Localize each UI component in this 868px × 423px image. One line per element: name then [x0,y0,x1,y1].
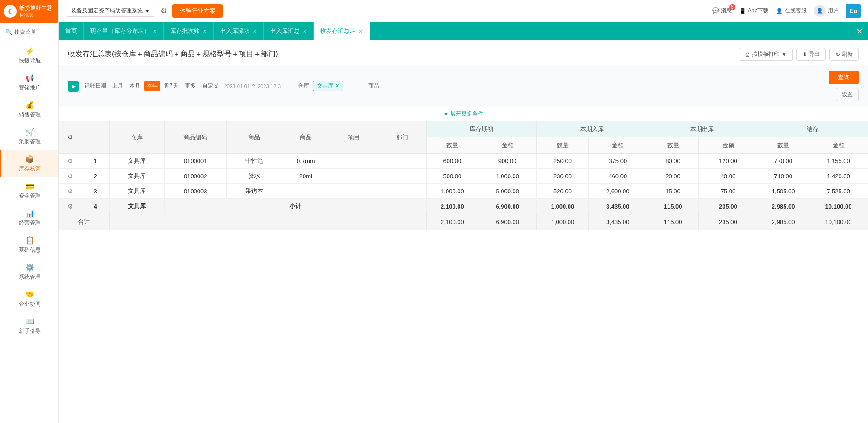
sidebar-item-operations[interactable]: 📊 经营管理 [0,204,58,231]
sidebar-item-inventory[interactable]: 📦 库存核算 [0,150,58,177]
row-in-qty[interactable]: 230.00 [537,169,589,184]
messages-button[interactable]: 💬 6 消息 [712,7,731,15]
tab-inout-summary[interactable]: 出入库汇总 ✕ [264,22,314,40]
row-code: 0100003 [165,184,227,199]
date-this-year[interactable]: 本年 [144,81,160,91]
in-group-header: 本期入库 [537,121,647,137]
row-dept [378,184,426,199]
sales-icon: 💰 [25,101,34,110]
date-more[interactable]: 更多 [182,81,199,91]
user-menu[interactable]: 👤 用户 [814,5,839,17]
row-out-qty[interactable]: 15.00 [647,184,699,199]
tab-close-icon[interactable]: ✕ [359,28,363,34]
sidebar-nav: ⚡ 快捷导航 📢 营销推广 💰 销售管理 🛒 采购管理 📦 库存核算 💳 资金管… [0,42,58,423]
print-button[interactable]: 🖨 按模板打印 ▼ [739,48,793,61]
data-table-wrapper: ⚙ 仓库 商品编码 商品 商品 项目 部门 库存期初 本期入库 本期出库 结存 [59,121,868,423]
total-bal-qty: 2,985.00 [757,214,809,230]
trial-button[interactable]: 体验行业方案 [172,4,223,18]
tab-inventory-dist[interactable]: 现存量（库存分布表） ✕ [84,22,164,40]
subtotal-in-qty[interactable]: 1,000.00 [537,199,589,214]
stock-summary-table: ⚙ 仓库 商品编码 商品 商品 项目 部门 库存期初 本期入库 本期出库 结存 [59,121,868,230]
row-in-qty[interactable]: 520.00 [537,184,589,199]
tab-close-icon[interactable]: ✕ [153,28,157,34]
row-settings[interactable]: ⚙ [59,154,82,169]
sidebar-item-quick-nav[interactable]: ⚡ 快捷导航 [0,42,58,69]
subtotal-in-amt: 3,435.00 [588,199,647,214]
sidebar-item-system[interactable]: ⚙️ 系统管理 [0,258,58,286]
row-name: 胶水 [227,169,282,184]
row-out-amt: 40.00 [699,169,757,184]
operations-icon: 📊 [25,209,34,218]
tab-inout-flow[interactable]: 出入库流水 ✕ [214,22,264,40]
export-button[interactable]: ⬇ 导出 [796,48,826,61]
filter-toggle-button[interactable]: ▶ [68,81,79,92]
refresh-button[interactable]: ↻ 刷新 [829,48,859,61]
date-custom[interactable]: 自定义 [199,81,221,91]
warehouse-tag[interactable]: 文具库 ✕ [313,81,343,91]
subtotal-open-qty: 2,100.00 [426,199,478,214]
system-selector[interactable]: 装备及固定资产辅助管理系统 ▼ [66,5,155,17]
tab-close-icon[interactable]: ✕ [253,28,257,34]
row-index: 3 [82,184,109,199]
date-last-7-days[interactable]: 近7天 [161,81,181,91]
online-service-button[interactable]: 👤 在线客服 [776,7,807,15]
expand-filter-button[interactable]: ▼ 展开更多条件 [443,110,484,118]
online-service-label: 在线客服 [785,7,807,15]
opening-qty-header: 数量 [426,137,478,154]
sidebar-item-beginner[interactable]: 📖 新手引导 [0,313,58,340]
bal-amt-header: 金额 [809,137,868,154]
sidebar-item-label: 采购管理 [19,138,41,146]
warehouse-tag-text: 文具库 [317,82,333,90]
table-row: ⚙ 1 文具库 0100001 中性笔 0.7mm 600.00 900.00 … [59,154,868,169]
sidebar-brand: 畅捷通好生意 标准版 [19,5,52,18]
print-label: 按模板打印 [752,50,780,58]
app-download-button[interactable]: 📱 App下载 [739,7,768,15]
goods-more-button[interactable]: ... [383,82,389,90]
tab-home[interactable]: 首页 [59,22,84,40]
row-open-amt: 1,000.00 [478,169,537,184]
tab-close-icon[interactable]: ✕ [303,28,307,34]
quick-nav-icon: ⚡ [25,47,34,55]
sidebar-item-sales[interactable]: 💰 销售管理 [0,96,58,123]
row-in-qty[interactable]: 250.00 [537,154,589,169]
tab-batch[interactable]: 库存批次账 ✕ [164,22,214,40]
subtotal-open-amt: 6,900.00 [478,199,537,214]
subtotal-warehouse: 文具库 [109,199,164,214]
sidebar-item-marketing[interactable]: 📢 营销推广 [0,69,58,96]
close-all-tabs-button[interactable]: ✕ [851,27,868,36]
warehouse-more-button[interactable]: ... [347,82,353,90]
sidebar-item-label: 库存核算 [19,165,41,173]
date-last-month[interactable]: 上月 [109,81,126,91]
tab-stock-summary[interactable]: 收发存汇总表 ✕ [314,22,370,40]
subtotal-settings[interactable]: ⚙ [59,199,82,214]
row-project [330,169,378,184]
sidebar-item-finance[interactable]: 💳 资金管理 [0,177,58,204]
subtotal-bal-qty: 2,985.00 [757,199,809,214]
purchase-icon: 🛒 [25,128,34,137]
row-settings[interactable]: ⚙ [59,169,82,184]
row-spec: 20ml [282,169,330,184]
sidebar-item-enterprise[interactable]: 🤝 企业协同 [0,286,58,313]
sidebar-item-purchase[interactable]: 🛒 采购管理 [0,123,58,150]
sidebar-item-basic-info[interactable]: 📋 基础信息 [0,231,58,258]
row-out-qty[interactable]: 20.00 [647,169,699,184]
row-index: 2 [82,169,109,184]
goods-filter: 商品 ... [368,82,389,90]
tab-close-icon[interactable]: ✕ [203,28,207,34]
settings-icon[interactable]: ⚙ [160,6,167,15]
subtotal-out-qty[interactable]: 115.00 [647,199,699,214]
row-bal-qty: 770.00 [757,154,809,169]
row-out-qty[interactable]: 80.00 [647,154,699,169]
query-button[interactable]: 查询 [829,71,859,84]
search-menu-button[interactable]: 🔍 搜索菜单 [4,27,55,38]
row-settings[interactable]: ⚙ [59,184,82,199]
total-spacer [109,214,426,230]
chevron-down-icon: ▼ [781,51,787,58]
out-qty-header: 数量 [647,137,699,154]
spec-header: 商品 [282,121,330,154]
date-this-month[interactable]: 本月 [127,81,143,91]
filter-settings-button[interactable]: 设置 [836,88,859,101]
warehouse-tag-close[interactable]: ✕ [335,83,339,89]
table-settings-header[interactable]: ⚙ [59,121,82,154]
balance-group-header: 结存 [757,121,868,137]
